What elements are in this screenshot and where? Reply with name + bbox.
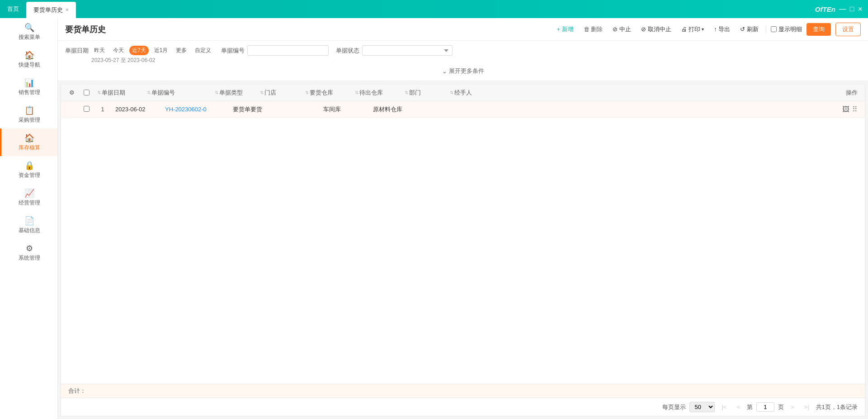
query-button[interactable]: 查询: [807, 23, 831, 36]
page-header: 要货单历史 + 新增 🗑 删除 ⊘ 中止 ⊘ 取消中止 🖨 打印 ▾ ↑ 导出 …: [58, 18, 868, 41]
sidebar-item-finance[interactable]: 🔒 资金管理: [0, 156, 57, 184]
th-docno[interactable]: ⇅ 单据编号: [143, 89, 211, 97]
date-filter-label: 单据日期: [65, 47, 89, 55]
th-handler[interactable]: ⇅ 经手人: [446, 89, 825, 97]
footer-total: 合计：: [61, 384, 865, 398]
content-area: 要货单历史 + 新增 🗑 删除 ⊘ 中止 ⊘ 取消中止 🖨 打印 ▾ ↑ 导出 …: [58, 18, 868, 419]
main-layout: 🔍 搜索菜单 🏠 快捷导航 📊 销售管理 📋 采购管理 🏠 库存核算 🔒 资金管…: [0, 18, 868, 419]
finance-icon: 🔒: [24, 162, 34, 170]
row-ops: 🖼 ⠿: [825, 105, 861, 114]
sidebar-item-system[interactable]: ⚙ 系统管理: [0, 239, 57, 267]
row-no: 1: [94, 106, 112, 113]
row-edit-icon[interactable]: 🖼: [842, 105, 849, 114]
export-button[interactable]: ↑ 导出: [711, 24, 733, 35]
tab-home[interactable]: 首页: [0, 0, 26, 18]
th-dest-wh[interactable]: ⇅ 待出仓库: [351, 89, 401, 97]
filter-row-1: 单据日期 昨天 今天 近7天 近1月 更多 自定义 单据编号: [65, 45, 861, 56]
show-detail-toggle[interactable]: 显示明细: [771, 25, 802, 33]
table-area: ⚙ ⇅ 单据日期 ⇅ 单据编号 ⇅ 单据类型 ⇅ 门店: [61, 84, 865, 416]
date-btn-today[interactable]: 今天: [110, 46, 127, 55]
th-type[interactable]: ⇅ 单据类型: [211, 89, 256, 97]
print-button[interactable]: 🖨 打印 ▾: [679, 24, 707, 35]
page-title: 要货单历史: [65, 24, 106, 35]
page-input[interactable]: [756, 402, 774, 412]
status-filter: 单据状态: [336, 45, 453, 56]
date-btn-7days[interactable]: 近7天: [129, 46, 149, 55]
th-date[interactable]: ⇅ 单据日期: [94, 89, 143, 97]
th-wh-sort-icon: ⇅: [305, 90, 309, 95]
expand-down-icon: ⌄: [442, 68, 447, 75]
sidebar-item-quicknav[interactable]: 🏠 快捷导航: [0, 46, 57, 73]
close-button[interactable]: ×: [858, 5, 863, 14]
th-handler-sort-icon: ⇅: [450, 90, 453, 95]
toolbar-divider: [766, 26, 766, 33]
last-page-button[interactable]: >|: [801, 402, 812, 412]
row-more-icon[interactable]: ⠿: [852, 105, 858, 114]
refresh-button[interactable]: ↺ 刷新: [737, 24, 761, 35]
doc-link[interactable]: YH-20230602-0: [165, 106, 207, 113]
page-size-select[interactable]: 10 20 50 100: [689, 402, 715, 412]
purchase-icon: 📋: [24, 106, 34, 114]
next-page-button[interactable]: >: [788, 402, 797, 412]
sidebar-item-inventory[interactable]: 🏠 库存核算: [0, 129, 57, 156]
th-dest-wh-sort-icon: ⇅: [355, 90, 359, 95]
date-btn-custom[interactable]: 自定义: [192, 46, 214, 55]
th-ops: 操作: [825, 89, 861, 97]
row-date: 2023-06-02: [112, 106, 161, 113]
minimize-button[interactable]: —: [839, 5, 846, 13]
home-icon: 🏠: [24, 51, 34, 59]
show-detail-checkbox[interactable]: [771, 26, 777, 32]
sales-icon: 📊: [24, 79, 34, 87]
settings-button[interactable]: 设置: [835, 23, 861, 36]
date-btn-yesterday[interactable]: 昨天: [91, 46, 108, 55]
row-docno[interactable]: YH-20230602-0: [161, 106, 229, 113]
maximize-button[interactable]: □: [850, 5, 854, 13]
sidebar-item-sales[interactable]: 📊 销售管理: [0, 73, 57, 101]
th-settings[interactable]: ⚙: [65, 89, 79, 96]
sidebar-item-purchase[interactable]: 📋 采购管理: [0, 101, 57, 129]
operations-icon: 📈: [24, 189, 34, 197]
sidebar-item-basic[interactable]: 📄 基础信息: [0, 211, 57, 239]
print-dropdown-icon[interactable]: ▾: [702, 27, 704, 32]
page-size-label: 每页显示: [662, 403, 686, 411]
status-select[interactable]: [362, 45, 453, 56]
th-checkbox[interactable]: [79, 90, 94, 95]
prev-page-button[interactable]: <: [733, 402, 743, 412]
sidebar: 🔍 搜索菜单 🏠 快捷导航 📊 销售管理 📋 采购管理 🏠 库存核算 🔒 资金管…: [0, 18, 58, 419]
search-icon: 🔍: [24, 24, 34, 32]
th-wh[interactable]: ⇅ 要货仓库: [302, 89, 351, 97]
th-store-sort-icon: ⇅: [260, 90, 264, 95]
date-filter: 单据日期 昨天 今天 近7天 近1月 更多 自定义: [65, 46, 214, 55]
tab-order-history[interactable]: 要货单历史 ×: [26, 2, 76, 20]
print-label: 🖨 打印: [681, 25, 701, 33]
cancel-stop-button[interactable]: ⊘ 取消中止: [638, 24, 674, 35]
page-label: 第: [747, 403, 753, 411]
sidebar-item-operations[interactable]: 📈 经营管理: [0, 184, 57, 211]
first-page-button[interactable]: |<: [718, 402, 730, 412]
th-type-sort-icon: ⇅: [215, 90, 218, 95]
date-btn-1month[interactable]: 近1月: [151, 46, 171, 55]
docno-input[interactable]: [247, 45, 329, 56]
new-button[interactable]: + 新增: [554, 24, 576, 35]
total-info: 共1页，1条记录: [816, 403, 858, 411]
date-btn-more[interactable]: 更多: [173, 46, 189, 55]
row-wh: 车间库: [320, 105, 369, 114]
total-label: 合计：: [68, 387, 86, 395]
tab-close-icon[interactable]: ×: [66, 7, 69, 13]
row-type: 要货单要货: [229, 105, 274, 114]
th-date-sort-icon: ⇅: [97, 90, 101, 95]
show-detail-label: 显示明细: [778, 25, 802, 33]
row-checkbox[interactable]: [79, 106, 94, 113]
date-range-text: 2023-05-27 至 2023-06-02: [91, 57, 155, 63]
stop-button[interactable]: ⊘ 中止: [610, 24, 634, 35]
filter-area: 单据日期 昨天 今天 近7天 近1月 更多 自定义 单据编号: [58, 41, 868, 81]
select-all-checkbox[interactable]: [84, 90, 90, 95]
expand-more-button[interactable]: ⌄ 展开更多条件: [65, 64, 861, 76]
th-store[interactable]: ⇅ 门店: [256, 89, 302, 97]
delete-button[interactable]: 🗑 删除: [581, 24, 606, 35]
table-row: 1 2023-06-02 YH-20230602-0 要货单要货 车间库 原材料…: [61, 101, 865, 118]
basic-icon: 📄: [24, 217, 34, 225]
th-dept[interactable]: ⇅ 部门: [401, 89, 446, 97]
sidebar-item-search[interactable]: 🔍 搜索菜单: [0, 18, 57, 46]
table-body: 1 2023-06-02 YH-20230602-0 要货单要货 车间库 原材料…: [61, 101, 865, 384]
